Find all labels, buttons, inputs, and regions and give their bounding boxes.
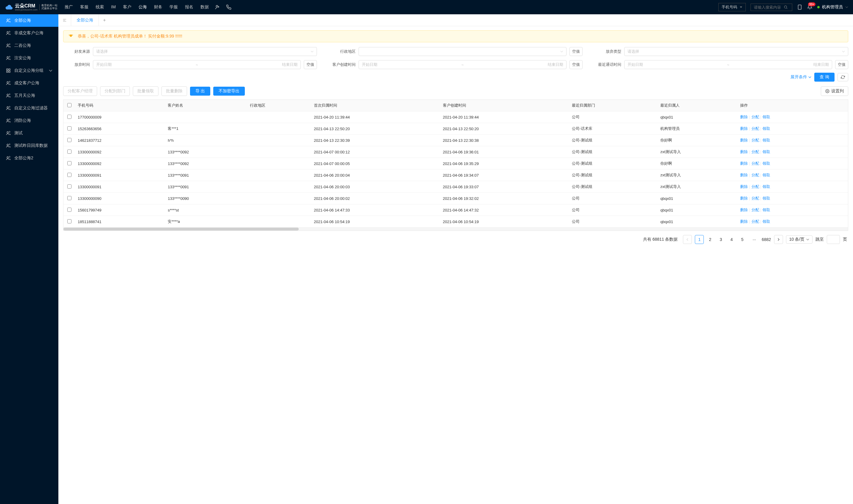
- null-button[interactable]: 空值: [569, 60, 583, 69]
- op-领取[interactable]: 领取: [762, 173, 770, 177]
- page-last[interactable]: 6882: [762, 235, 771, 244]
- page-4[interactable]: 4: [727, 235, 736, 244]
- op-删除[interactable]: 删除: [740, 219, 748, 224]
- page-prev[interactable]: [683, 235, 692, 244]
- op-领取[interactable]: 领取: [762, 184, 770, 189]
- action-分配客户经理[interactable]: 分配客户经理: [63, 86, 97, 96]
- notification-bell[interactable]: 99+: [807, 4, 813, 11]
- page-3[interactable]: 3: [716, 235, 725, 244]
- op-删除[interactable]: 删除: [740, 126, 748, 131]
- op-删除[interactable]: 删除: [740, 208, 748, 212]
- date-range[interactable]: 开始日期~结束日期: [359, 60, 566, 69]
- null-button[interactable]: 空值: [304, 60, 317, 69]
- jump-input[interactable]: [827, 235, 840, 244]
- horizontal-scrollbar[interactable]: [63, 228, 848, 231]
- op-分配[interactable]: 分配: [751, 115, 759, 119]
- op-删除[interactable]: 删除: [740, 149, 748, 154]
- sidebar-item-5[interactable]: 成交客户公海: [0, 77, 58, 89]
- row-checkbox[interactable]: [67, 149, 72, 154]
- op-分配[interactable]: 分配: [751, 196, 759, 200]
- filter-select[interactable]: 请选择: [624, 47, 848, 56]
- op-删除[interactable]: 删除: [740, 161, 748, 166]
- page-5[interactable]: 5: [738, 235, 747, 244]
- date-range[interactable]: 开始日期~结束日期: [624, 60, 832, 69]
- tab-add-button[interactable]: +: [99, 18, 110, 23]
- row-checkbox[interactable]: [67, 173, 72, 177]
- row-checkbox[interactable]: [67, 161, 72, 165]
- set-columns-button[interactable]: 设置列: [821, 86, 848, 96]
- sidebar-item-1[interactable]: 非成交客户公海: [0, 27, 58, 39]
- select-all-checkbox[interactable]: [67, 103, 72, 107]
- nav-item-6[interactable]: 财务: [154, 4, 162, 10]
- query-button[interactable]: 查 询: [814, 73, 835, 82]
- row-checkbox[interactable]: [67, 126, 72, 130]
- sidebar-item-11[interactable]: 全部公海2: [0, 152, 58, 164]
- nav-item-8[interactable]: 报名: [185, 4, 193, 10]
- tablet-icon[interactable]: [797, 4, 802, 10]
- search-input[interactable]: [754, 5, 784, 10]
- add-user-icon[interactable]: [215, 4, 220, 10]
- date-range[interactable]: 开始日期~结束日期: [93, 60, 301, 69]
- search-type-select[interactable]: 手机号码: [719, 3, 746, 11]
- nav-item-7[interactable]: 学服: [169, 4, 178, 10]
- filter-select[interactable]: 请选择: [93, 47, 317, 56]
- sidebar-item-2[interactable]: 二咨公海: [0, 39, 58, 52]
- row-checkbox[interactable]: [67, 196, 72, 200]
- sidebar-item-3[interactable]: 注安公海: [0, 52, 58, 64]
- op-删除[interactable]: 删除: [740, 173, 748, 177]
- op-分配[interactable]: 分配: [751, 173, 759, 177]
- search-icon[interactable]: [784, 5, 788, 9]
- page-1[interactable]: 1: [695, 235, 704, 244]
- tabs-collapse-button[interactable]: [58, 14, 71, 26]
- page-next[interactable]: [774, 235, 783, 244]
- sidebar-item-6[interactable]: 五月天公海: [0, 89, 58, 102]
- op-领取[interactable]: 领取: [762, 208, 770, 212]
- phone-icon[interactable]: [226, 4, 232, 10]
- op-分配[interactable]: 分配: [751, 161, 759, 166]
- filter-select[interactable]: [359, 47, 566, 56]
- nav-item-3[interactable]: IM: [111, 4, 116, 10]
- op-分配[interactable]: 分配: [751, 138, 759, 142]
- op-领取[interactable]: 领取: [762, 138, 770, 142]
- row-checkbox[interactable]: [67, 138, 72, 142]
- op-删除[interactable]: 删除: [740, 138, 748, 142]
- row-checkbox[interactable]: [67, 115, 72, 119]
- nav-item-9[interactable]: 数据: [200, 4, 209, 10]
- op-领取[interactable]: 领取: [762, 115, 770, 119]
- page-ellipsis[interactable]: ···: [750, 235, 759, 244]
- sidebar-item-0[interactable]: 全部公海: [0, 14, 58, 27]
- op-分配[interactable]: 分配: [751, 149, 759, 154]
- sidebar-item-8[interactable]: 消防公海: [0, 114, 58, 127]
- sidebar-item-10[interactable]: 测试昨日回库数据: [0, 139, 58, 152]
- op-分配[interactable]: 分配: [751, 126, 759, 131]
- op-分配[interactable]: 分配: [751, 184, 759, 189]
- nav-item-5[interactable]: 公海: [139, 4, 147, 10]
- null-button[interactable]: 空值: [569, 47, 583, 56]
- op-分配[interactable]: 分配: [751, 208, 759, 212]
- refresh-button[interactable]: [837, 73, 848, 81]
- op-领取[interactable]: 领取: [762, 219, 770, 224]
- op-删除[interactable]: 删除: [740, 115, 748, 119]
- action-导 出[interactable]: 导 出: [190, 87, 210, 96]
- user-menu[interactable]: 机构管理员: [817, 4, 848, 10]
- action-批量领取[interactable]: 批量领取: [133, 86, 159, 96]
- op-领取[interactable]: 领取: [762, 126, 770, 131]
- op-领取[interactable]: 领取: [762, 161, 770, 166]
- tab-0[interactable]: 全部公海: [71, 14, 99, 26]
- page-size-select[interactable]: 10 条/页: [786, 235, 813, 244]
- op-领取[interactable]: 领取: [762, 196, 770, 200]
- row-checkbox[interactable]: [67, 219, 72, 223]
- nav-item-1[interactable]: 客服: [80, 4, 88, 10]
- action-分配到部门[interactable]: 分配到部门: [100, 86, 130, 96]
- op-删除[interactable]: 删除: [740, 184, 748, 189]
- expand-filters-button[interactable]: 展开条件: [791, 74, 811, 80]
- op-删除[interactable]: 删除: [740, 196, 748, 200]
- nav-item-2[interactable]: 线索: [96, 4, 104, 10]
- nav-item-0[interactable]: 推广: [65, 4, 73, 10]
- null-button[interactable]: 空值: [835, 60, 848, 69]
- row-checkbox[interactable]: [67, 184, 72, 188]
- sidebar-item-9[interactable]: 测试: [0, 127, 58, 139]
- logo[interactable]: 云朵CRM www.yunduocrm.com 教育机构一站 式服务云平台: [5, 4, 57, 11]
- nav-item-4[interactable]: 客户: [123, 4, 131, 10]
- action-批量删除[interactable]: 批量删除: [161, 86, 187, 96]
